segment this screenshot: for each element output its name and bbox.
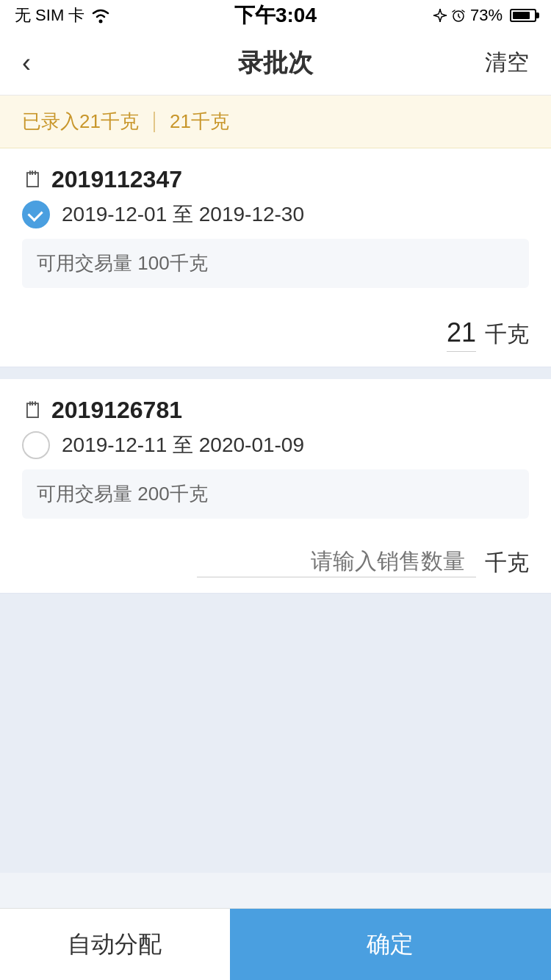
wifi-icon xyxy=(90,7,111,24)
batch-2-available: 可用交易量 200千克 xyxy=(22,469,529,519)
status-right: 73% xyxy=(433,6,536,25)
batch-card-2: 🗒 2019126781 2019-12-11 至 2020-01-09 可用交… xyxy=(0,379,551,533)
batch-1-amount[interactable]: 21 xyxy=(447,317,476,352)
status-bar: 无 SIM 卡 下午3:04 73% xyxy=(0,0,551,31)
batch-2-date-row[interactable]: 2019-12-11 至 2020-01-09 xyxy=(22,431,529,459)
batch-2-date: 2019-12-11 至 2020-01-09 xyxy=(62,431,304,459)
total-amount: 21千克 xyxy=(170,109,229,134)
svg-point-0 xyxy=(99,20,103,24)
batch-2-input-row[interactable]: 千克 xyxy=(0,533,551,594)
batch-2-qty-input[interactable] xyxy=(197,549,476,577)
batch-1-radio[interactable] xyxy=(22,201,50,228)
no-sim-text: 无 SIM 卡 xyxy=(15,4,84,26)
bottom-bar: 自动分配 确定 xyxy=(0,908,551,980)
auto-distribute-button[interactable]: 自动分配 xyxy=(0,909,230,980)
batch-2-id: 2019126781 xyxy=(51,397,182,424)
batch-1-available: 可用交易量 100千克 xyxy=(22,239,529,288)
empty-area xyxy=(0,594,551,873)
clear-button[interactable]: 清空 xyxy=(485,48,529,78)
batch-1-date-row[interactable]: 2019-12-01 至 2019-12-30 xyxy=(22,201,529,228)
info-divider xyxy=(154,112,155,132)
batch-2-icon: 🗒 xyxy=(22,398,44,423)
battery-percent: 73% xyxy=(470,6,503,25)
batch-1-amount-row[interactable]: 21 千克 xyxy=(0,303,551,367)
confirm-button[interactable]: 确定 xyxy=(230,909,552,980)
info-bar: 已录入21千克 21千克 xyxy=(0,96,551,148)
batch-1-id-row: 🗒 2019112347 xyxy=(22,166,529,193)
batch-1-icon: 🗒 xyxy=(22,167,44,192)
batch-card-1-inner: 🗒 2019112347 2019-12-01 至 2019-12-30 xyxy=(0,148,551,228)
batch-card-1: 🗒 2019112347 2019-12-01 至 2019-12-30 可用交… xyxy=(0,148,551,303)
page-content: 已录入21千克 21千克 🗒 2019112347 2019-12-01 至 2… xyxy=(0,96,551,945)
status-time: 下午3:04 xyxy=(234,1,317,29)
battery-icon xyxy=(510,9,536,22)
back-button[interactable]: ‹ xyxy=(22,48,66,79)
batch-1-unit: 千克 xyxy=(485,320,529,350)
batch-1-date: 2019-12-01 至 2019-12-30 xyxy=(62,201,304,228)
location-icon xyxy=(433,9,447,22)
page-title: 录批次 xyxy=(238,46,313,80)
alarm-icon xyxy=(451,8,466,23)
batch-1-id: 2019112347 xyxy=(51,166,182,193)
nav-bar: ‹ 录批次 清空 xyxy=(0,31,551,96)
batch-2-radio[interactable] xyxy=(22,431,50,459)
status-left: 无 SIM 卡 xyxy=(15,4,111,26)
section-divider xyxy=(0,367,551,379)
batch-card-2-inner: 🗒 2019126781 2019-12-11 至 2020-01-09 xyxy=(0,379,551,459)
recorded-amount: 已录入21千克 xyxy=(22,109,139,134)
batch-2-unit: 千克 xyxy=(485,548,529,578)
batch-2-id-row: 🗒 2019126781 xyxy=(22,397,529,424)
